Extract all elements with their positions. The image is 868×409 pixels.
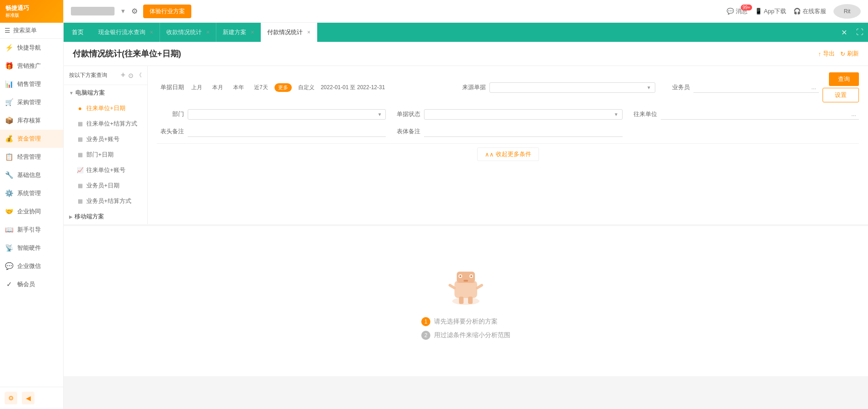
avatar[interactable]: Rit — [833, 4, 861, 19]
scheme-item-vendor-date[interactable]: ● 往来单位+日期 — [64, 101, 147, 116]
tab-receipt-stats[interactable]: 收款情况统计 × — [160, 23, 216, 42]
tab-bank-flow[interactable]: 现金银行流水查询 × — [92, 23, 160, 42]
trial-button[interactable]: 体验行业方案 — [143, 5, 191, 18]
source-select[interactable]: ▼ — [489, 82, 655, 93]
date-this-month[interactable]: 本月 — [209, 82, 227, 93]
scheme-item-label: 往来单位+账号 — [86, 166, 125, 174]
sidebar-item-hardware[interactable]: 📡 智能硬件 — [0, 239, 63, 257]
scheme-item-staff-account[interactable]: ▦ 业务员+账号 — [64, 131, 147, 147]
tab-new-scheme[interactable]: 新建方案 × — [216, 23, 261, 42]
query-button[interactable]: 查询 — [829, 72, 859, 86]
date-this-year[interactable]: 本年 — [229, 82, 248, 93]
header-note-input[interactable] — [188, 126, 386, 137]
page-content: 付款情况统计(往来单位+日期) ↑ 导出 ↻ 刷新 按以下方案查询 — [64, 42, 868, 409]
tab-payment-stats[interactable]: 付款情况统计 × — [261, 23, 317, 42]
empty-state-illustration — [443, 263, 489, 308]
refresh-button[interactable]: ↻ 刷新 — [840, 50, 859, 58]
header-right: 💬 消息 99+ 📱 App下载 🎧 在线客服 Rit — [727, 4, 861, 19]
message-button[interactable]: 💬 消息 99+ — [727, 7, 748, 15]
header-dropdown-arrow[interactable]: ▼ — [120, 8, 126, 15]
bank-flow-tab-close[interactable]: × — [150, 29, 153, 35]
payment-stats-tab-close[interactable]: × — [307, 29, 310, 35]
scheme-panel-header: 按以下方案查询 + ⊙ 《 — [64, 66, 147, 85]
scheme-item-staff-settlement[interactable]: ▦ 业务员+结算方式 — [64, 193, 147, 209]
vendor-input[interactable]: ... — [661, 109, 859, 120]
new-scheme-tab-close[interactable]: × — [251, 29, 254, 35]
sidebar-item-vip[interactable]: ✓ 畅会员 — [0, 275, 63, 293]
scheme-collapse-button[interactable]: 《 — [136, 71, 142, 79]
tab-home[interactable]: 首页 — [64, 23, 92, 42]
vip-icon: ✓ — [5, 280, 14, 289]
gear-icon: ⚙️ — [5, 189, 14, 198]
staff-dots: ... — [811, 84, 816, 91]
scheme-item-vendor-account[interactable]: 📈 往来单位+账号 — [64, 162, 147, 178]
export-label: 导出 — [823, 50, 835, 58]
filter-row-1: 单据日期 上月 本月 本年 近7天 更多 自定义 2022-01-01 至 20… — [157, 72, 859, 102]
online-service-button[interactable]: 🎧 在线客服 — [793, 7, 826, 15]
search-menu-icon: ☰ — [5, 27, 10, 34]
arrow-down-icon: ▼ — [69, 91, 74, 96]
filter-status-item: 单据状态 ▼ — [393, 109, 622, 120]
scheme-item-dept-date[interactable]: ▦ 部门+日期 — [64, 147, 147, 162]
tab-bar: 首页 现金银行流水查询 × 收款情况统计 × 新建方案 × 付款情况统计 × ✕… — [64, 23, 868, 42]
sidebar-settings-button[interactable]: ⚙ — [5, 392, 17, 404]
collapse-button[interactable]: ∧∧ 收起更多条件 — [477, 147, 539, 161]
status-label: 单据状态 — [393, 110, 420, 118]
sidebar-item-system[interactable]: ⚙️ 系统管理 — [0, 184, 63, 202]
app-download-label: App下载 — [764, 7, 786, 15]
body-note-input[interactable] — [424, 126, 622, 137]
handshake-icon: 🤝 — [5, 207, 14, 216]
date-more[interactable]: 更多 — [274, 83, 292, 92]
wrench-icon: 🔧 — [5, 171, 14, 180]
sidebar-item-quick-nav[interactable]: ⚡ 快捷导航 — [0, 39, 63, 57]
svg-point-0 — [452, 298, 479, 305]
svg-rect-7 — [464, 280, 468, 282]
sidebar-item-label: 库存核算 — [17, 116, 41, 125]
date-7days[interactable]: 近7天 — [250, 82, 272, 93]
sidebar-item-finance[interactable]: 💰 资金管理 — [0, 130, 63, 148]
mobile-icon: 📱 — [755, 8, 762, 15]
scheme-item-vendor-settlement[interactable]: ▦ 往来单位+结算方式 — [64, 116, 147, 131]
filter-right-actions: 查询 设置 — [823, 72, 859, 102]
filter-dept-item: 部门 ▼ — [157, 109, 386, 120]
status-select[interactable]: ▼ — [424, 109, 622, 120]
scheme-mobile-category[interactable]: ▶ 移动端方案 — [64, 209, 147, 224]
scheme-item-staff-date[interactable]: ▦ 业务员+日期 — [64, 178, 147, 193]
tab-close-all-button[interactable]: ✕ — [837, 23, 852, 42]
receipt-stats-tab-close[interactable]: × — [206, 29, 210, 35]
scheme-desktop-category[interactable]: ▼ 电脑端方案 — [64, 85, 147, 101]
sidebar-item-sales[interactable]: 📊 销售管理 — [0, 75, 63, 93]
sidebar-item-purchase[interactable]: 🛒 采购管理 — [0, 93, 63, 111]
sidebar-item-inventory[interactable]: 📦 库存核算 — [0, 111, 63, 130]
sidebar-item-guide[interactable]: 📖 新手引导 — [0, 221, 63, 239]
sidebar-item-label: 企业协同 — [17, 207, 41, 216]
sidebar-item-search-menu[interactable]: ☰ 搜索菜单 — [0, 23, 63, 39]
date-custom[interactable]: 自定义 — [294, 82, 318, 93]
mobile-category-label: 移动端方案 — [75, 212, 104, 221]
scheme-add-button[interactable]: + — [120, 71, 125, 80]
sidebar-item-operation[interactable]: 📋 经营管理 — [0, 148, 63, 166]
date-range-display[interactable]: 2022-01-01 至 2022-12-31 — [321, 84, 385, 91]
gift-icon: 🎁 — [5, 61, 14, 71]
collapse-icon: ∧∧ — [485, 151, 494, 158]
sidebar-item-basic[interactable]: 🔧 基础信息 — [0, 166, 63, 184]
header-gear-icon[interactable]: ⚙ — [131, 7, 138, 15]
filter-row-2: 部门 ▼ 单据状态 ▼ 往来单位 — [157, 109, 859, 120]
scheme-setting-button[interactable]: ⊙ — [128, 72, 134, 79]
sidebar-item-wechat[interactable]: 💬 企业微信 — [0, 257, 63, 275]
tab-maximize-button[interactable]: ⛶ — [852, 23, 868, 42]
app-download-button[interactable]: 📱 App下载 — [755, 7, 786, 15]
empty-step-2: 2 用过滤条件来缩小分析范围 — [421, 331, 510, 340]
page-title: 付款情况统计(往来单位+日期) — [73, 48, 181, 59]
staff-input[interactable]: ... — [693, 82, 819, 93]
sidebar-item-marketing[interactable]: 🎁 营销推广 — [0, 57, 63, 75]
sidebar-collapse-button[interactable]: ◀ — [22, 392, 35, 404]
vendor-label: 往来单位 — [630, 110, 657, 118]
export-button[interactable]: ↑ 导出 — [818, 50, 835, 58]
dept-select[interactable]: ▼ — [188, 109, 386, 120]
headphone-icon: 🎧 — [793, 8, 801, 15]
box-icon: 📦 — [5, 116, 14, 125]
settings-button[interactable]: 设置 — [823, 88, 859, 102]
date-last-month[interactable]: 上月 — [188, 82, 206, 93]
sidebar-item-enterprise[interactable]: 🤝 企业协同 — [0, 202, 63, 221]
